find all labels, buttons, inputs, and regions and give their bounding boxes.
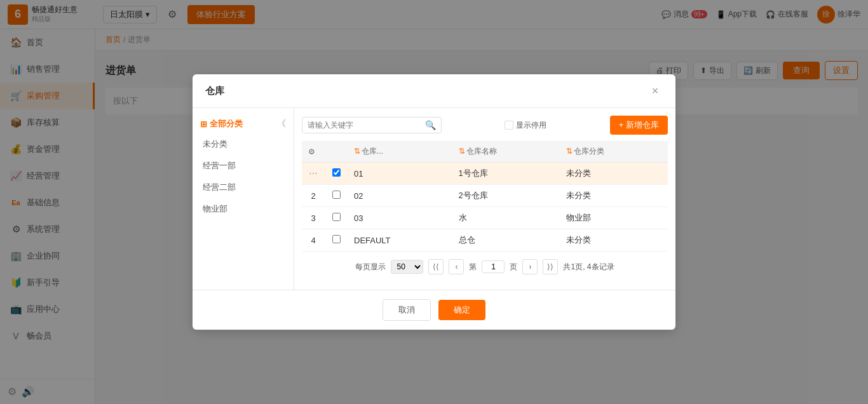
warehouse-modal: 仓库 × ⊞ 全部分类 《 未分类 经营一部 经营二部 物业部 [193,74,675,330]
row-category: 未分类 [560,185,668,207]
row-checkbox[interactable] [332,213,341,221]
page-label: 第 [469,262,477,273]
th-settings: ⚙ [302,141,325,163]
page-number-input[interactable] [482,260,505,273]
pagination: 每页显示 50 100 ⟨⟨ ‹ 第 页 › ⟩⟩ 共1页, 4条记录 [302,252,668,282]
category-operation2[interactable]: 经营二部 [193,177,294,198]
table-panel: 🔍 显示停用 + 新增仓库 ⚙ [294,108,675,290]
row-code: 03 [348,207,452,229]
collapse-button[interactable]: 《 [277,118,286,130]
row-checkbox-cell [325,229,348,252]
row-num: ··· [302,163,325,185]
cancel-button[interactable]: 取消 [383,299,431,321]
prev-page-button[interactable]: ‹ [449,259,464,274]
modal-body: ⊞ 全部分类 《 未分类 经营一部 经营二部 物业部 🔍 [193,108,675,290]
category-property[interactable]: 物业部 [193,198,294,220]
category-all[interactable]: ⊞ 全部分类 《 [193,114,294,133]
category-all-label: 全部分类 [210,118,243,130]
th-checkbox [325,141,348,163]
search-input[interactable] [308,121,425,130]
row-checkbox[interactable] [332,235,341,243]
table-row[interactable]: 3 03 水 物业部 [302,207,668,229]
checkbox-custom [505,121,513,130]
total-label: 共1页, 4条记录 [563,262,614,273]
row-name: 1号仓库 [452,163,560,185]
category-operation1[interactable]: 经营一部 [193,155,294,177]
modal-header: 仓库 × [193,74,675,108]
page-size-select[interactable]: 50 100 [391,260,423,274]
category-panel: ⊞ 全部分类 《 未分类 经营一部 经营二部 物业部 [193,108,294,290]
row-checkbox-cell [325,163,348,185]
modal-footer: 取消 确定 [193,290,675,330]
page-size-label: 每页显示 [355,262,386,273]
row-num: 2 [302,185,325,207]
row-category: 未分类 [560,229,668,252]
page-suffix: 页 [510,262,517,273]
modal-title: 仓库 [205,85,224,97]
row-num: 4 [302,229,325,252]
show-disabled-label[interactable]: 显示停用 [505,120,546,131]
row-code: DEFAULT [348,229,452,252]
next-page-button[interactable]: › [522,259,538,274]
table-toolbar: 🔍 显示停用 + 新增仓库 [302,116,668,135]
show-disabled-text: 显示停用 [516,120,546,131]
table-row[interactable]: 2 02 2号仓库 未分类 [302,185,668,207]
first-page-button[interactable]: ⟨⟨ [428,259,444,274]
row-checkbox[interactable] [332,191,341,199]
row-code: 01 [348,163,452,185]
search-box: 🔍 [302,117,442,133]
grid-icon: ⊞ [200,119,207,129]
row-name: 总仓 [452,229,560,252]
sort-category-icon: ⇅ [566,147,573,156]
th-name: ⇅仓库名称 [452,141,560,163]
table-row[interactable]: 4 DEFAULT 总仓 未分类 [302,229,668,252]
more-button[interactable]: ··· [309,168,317,179]
warehouse-table: ⚙ ⇅仓库... ⇅仓库名称 ⇅仓库分类 [302,141,668,252]
add-warehouse-button[interactable]: + 新增仓库 [610,116,668,135]
category-unclassified[interactable]: 未分类 [193,133,294,155]
last-page-button[interactable]: ⟩⟩ [543,259,558,274]
settings-gear-icon: ⚙ [308,147,315,156]
confirm-button[interactable]: 确定 [438,300,485,320]
search-icon: 🔍 [425,120,436,130]
row-name: 2号仓库 [452,185,560,207]
row-checkbox-cell [325,185,348,207]
row-category: 未分类 [560,163,668,185]
table-row[interactable]: ··· 01 1号仓库 未分类 [302,163,668,185]
sort-code-icon: ⇅ [354,147,360,156]
modal-overlay: 仓库 × ⊞ 全部分类 《 未分类 经营一部 经营二部 物业部 [0,0,868,404]
th-code: ⇅仓库... [348,141,452,163]
row-checkbox-cell [325,207,348,229]
modal-close-button[interactable]: × [648,83,663,98]
row-name: 水 [452,207,560,229]
sort-name-icon: ⇅ [459,147,465,156]
row-num: 3 [302,207,325,229]
row-code: 02 [348,185,452,207]
row-checkbox[interactable] [332,168,341,177]
table-container: ⚙ ⇅仓库... ⇅仓库名称 ⇅仓库分类 [302,141,668,252]
row-category: 物业部 [560,207,668,229]
th-category: ⇅仓库分类 [560,141,668,163]
